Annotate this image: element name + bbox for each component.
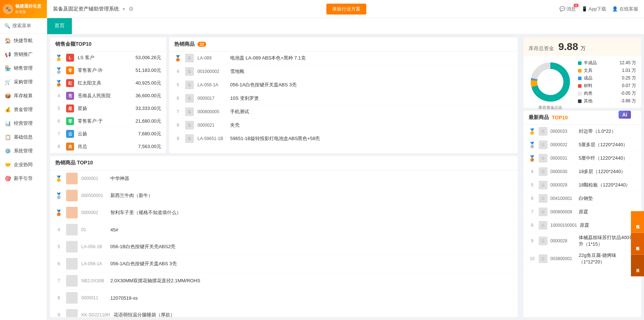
list-item: 5 G 0000029 18颗粒板（1220*2440） (523, 179, 641, 192)
main-area: 装备及固定资产辅助管理系统 ▾ ⚙ 体验行业方案 💬 消息 6 📱 App下载 … (47, 0, 644, 320)
settings-icon[interactable]: ⚙ (129, 5, 134, 12)
sidebar-item-basic-info[interactable]: 📋 基础信息 (0, 130, 47, 144)
sidebar-item-inventory[interactable]: 📦 库存核算 (0, 89, 47, 103)
product-name: 中华神器 (110, 175, 513, 182)
hot-products-card: 热销商品 TOP10 🥇 0000001 中华神器 🥈 000500001 新西… (50, 156, 518, 317)
product-image: G (539, 154, 547, 163)
product-image: G (539, 208, 547, 216)
product-code: LA-59651-1B (197, 136, 227, 141)
rank-number: 4 (174, 69, 182, 74)
sidebar: 🐾 畅捷通好生意 标准版 🔍 搜索菜单 🏠 快捷导航 📢 营销推广 🏪 销售管理… (0, 0, 47, 320)
product-code: 01 (81, 227, 107, 232)
service-live-btn[interactable]: 直播 (631, 255, 644, 276)
ai-badge[interactable]: Ai (619, 111, 631, 119)
app-logo: 🐾 (3, 4, 13, 14)
product-code: LA-056-1B (81, 244, 107, 249)
product-image (66, 173, 78, 184)
product-code: KK-SD22110H (81, 312, 110, 317)
legend-value: 1.01 万 (622, 67, 636, 74)
rank-number: 5 (55, 106, 62, 111)
sidebar-item-finance[interactable]: 💰 资金管理 (0, 103, 47, 116)
list-item: 🥉 0000002 智利车子里（规格不知道填什么） (50, 204, 518, 221)
list-item: 6 LA-056-1A 056-1A白色按键开关盖ABS 3壳 (50, 255, 518, 272)
product-name: 体械荔枝味苏打饮品400毫升（1*15） (579, 234, 636, 247)
product-image (66, 241, 78, 253)
system-dropdown-icon[interactable]: ▾ (123, 7, 125, 12)
messages-container[interactable]: 💬 消息 6 (559, 6, 576, 12)
inventory-title: 库存总资金 (529, 45, 554, 52)
rank-number: 6 (529, 196, 536, 201)
sidebar-item-label: 资金管理 (14, 106, 33, 113)
hot-products-badge: 22 (197, 42, 206, 47)
product-name: 18颗粒板（1220*2440） (579, 182, 636, 188)
online-service-btn[interactable]: 👤 在线客服 (612, 6, 638, 12)
product-image: G (539, 140, 547, 149)
sidebar-item-collab[interactable]: 🤝 企业协同 (0, 158, 47, 172)
legend-item: 材料 0.07 万 (578, 83, 636, 89)
sidebar-item-system[interactable]: ⚙️ 系统管理 (0, 144, 47, 158)
sidebar-item-quicknav[interactable]: 🏠 快捷导航 (0, 34, 47, 48)
product-image: G (539, 254, 547, 263)
topbar: 装备及固定资产辅助管理系统 ▾ ⚙ 体验行业方案 💬 消息 6 📱 App下载 … (47, 0, 644, 18)
rank-number: 7 (55, 131, 62, 136)
product-name: 夹壳 (230, 122, 513, 128)
new-products-list: 🥇 G 0000033 封边带（1.0*22） 🥈 G 0000032 5厘多层… (523, 125, 641, 317)
finance-icon: 💰 (4, 106, 11, 113)
customer-name: 云扬 (78, 131, 134, 137)
product-code: 0000030 (550, 169, 576, 174)
product-code: 0000029 (550, 182, 576, 188)
product-image (66, 292, 78, 304)
product-image: G (185, 54, 194, 62)
sidebar-item-marketing[interactable]: 📢 营销推广 (0, 48, 47, 61)
system-name-label: 装备及固定资产辅助管理系统 (53, 6, 119, 12)
hot-products-right-header: 热销商品 22 (169, 37, 518, 52)
hot-products-right-card: 热销商品 22 🥉 G LA-089 电池盖 LA-089 ABS本色+黑种 7… (169, 37, 518, 153)
customer-name: 零售客户·许 (78, 67, 132, 74)
app-download-btn[interactable]: 📱 App下载 (582, 6, 606, 12)
collab-icon: 🤝 (4, 161, 11, 168)
product-name: 手机测试 (230, 108, 513, 115)
rank-number: 5 (174, 82, 182, 87)
legend-dot (578, 61, 582, 65)
sidebar-item-label: 快捷导航 (14, 37, 33, 44)
sidebar-item-label: 基础信息 (14, 134, 33, 140)
avatar: 肖 (66, 143, 74, 151)
sidebar-item-label: 销售管理 (14, 65, 33, 71)
rank-number: 8 (55, 295, 62, 300)
product-image: G (539, 181, 547, 189)
sidebar-item-label: 系统管理 (14, 148, 33, 154)
table-row: 5 G LA-056-1A 056-1A白色按键开关盖ABS 3壳 (169, 78, 518, 92)
service-community-btn[interactable]: 服务社区 (631, 233, 644, 255)
list-item: 8 0000011 12070519-xs (50, 290, 518, 307)
inventory-unit: 万 (580, 45, 586, 52)
amount-value: 36,600.00元 (135, 93, 161, 99)
sidebar-item-operations[interactable]: 📊 经营管理 (0, 116, 47, 130)
product-code: LA-089 (197, 56, 227, 61)
sidebar-item-sales[interactable]: 🏪 销售管理 (0, 61, 47, 75)
legend-dot (578, 92, 582, 95)
legend-dot (578, 77, 582, 80)
sidebar-item-purchase[interactable]: 🛒 采购管理 (0, 75, 47, 89)
rank-number: 6 (55, 261, 62, 266)
service-hotline-btn[interactable]: 客服热线 (631, 211, 644, 233)
search-menu-button[interactable]: 🔍 搜索菜单 (3, 21, 44, 30)
inventory-amount: 9.88 (558, 41, 578, 53)
product-image: G (539, 221, 547, 230)
table-row: 8 G 0000021 夹壳 (169, 119, 518, 132)
sidebar-item-label: 企业协同 (14, 161, 33, 168)
legend-label: 半成品 (584, 60, 617, 66)
legend-label: 材料 (584, 83, 620, 89)
sidebar-nav: 🏠 快捷导航 📢 营销推广 🏪 销售管理 🛒 采购管理 📦 库存核算 💰 资金管… (0, 34, 47, 320)
product-image (66, 190, 78, 201)
product-name: 封边带（1.0*22） (579, 128, 636, 135)
sidebar-item-guide[interactable]: 🎯 新手引导 (0, 172, 47, 185)
download-icon: 📱 (582, 6, 587, 12)
trial-button[interactable]: 体验行业方案 (326, 4, 366, 15)
product-code: 10000100001 (550, 223, 577, 228)
tab-home[interactable]: 首页 (47, 18, 72, 34)
list-item: 10 G 003800001 22g鱼豆腐-烧烤味（1*12*20） (523, 250, 641, 268)
product-image: G (185, 81, 194, 89)
product-name: 59651-1B旋转投影灯电池盒ABS黑色+58壳 (230, 135, 513, 142)
list-item: 6 G 004100001 白钢垫 (523, 192, 641, 205)
rank-number: 9 (55, 312, 62, 317)
